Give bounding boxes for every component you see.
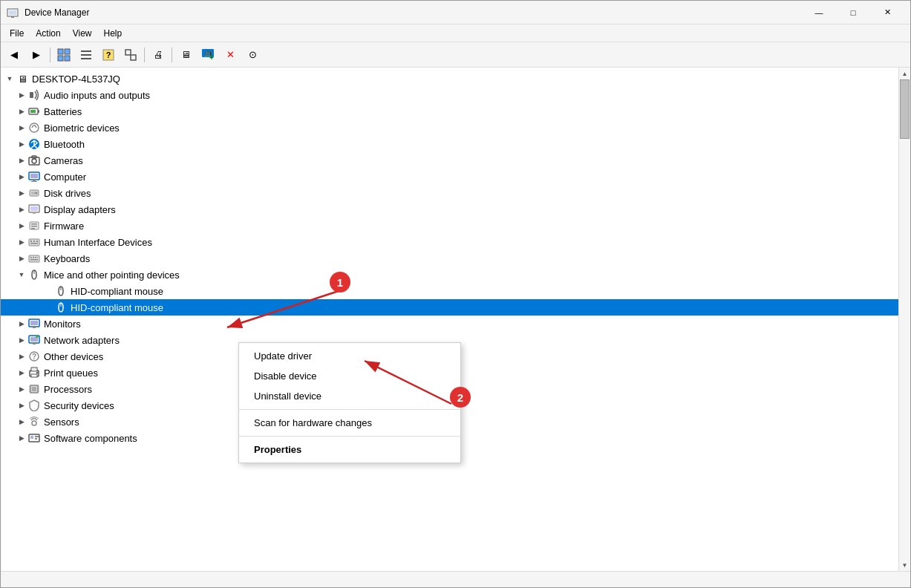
- list-view-button[interactable]: [76, 45, 97, 65]
- menu-action[interactable]: Action: [30, 27, 66, 40]
- svg-rect-47: [30, 257, 32, 258]
- toolbar-separator-2: [144, 48, 145, 62]
- tree-item-computer[interactable]: ▶ Computer: [1, 169, 898, 185]
- svg-rect-39: [31, 226, 37, 227]
- tree-item-batteries[interactable]: ▶ Batteries: [1, 103, 898, 120]
- display-expander[interactable]: ▶: [16, 203, 27, 215]
- cameras-expander[interactable]: ▶: [16, 154, 27, 166]
- keyboards-icon: [27, 252, 41, 265]
- context-menu-update[interactable]: Update driver: [239, 346, 460, 366]
- svg-rect-8: [81, 54, 91, 56]
- context-menu-uninstall[interactable]: Uninstall device: [239, 386, 460, 406]
- firmware-expander[interactable]: ▶: [16, 220, 27, 232]
- security-expander[interactable]: ▶: [16, 399, 27, 411]
- svg-rect-38: [31, 223, 37, 225]
- tree-item-firmware[interactable]: ▶ Firmware: [1, 218, 898, 234]
- scroll-down-arrow[interactable]: ▼: [899, 559, 911, 571]
- tree-item-audio[interactable]: ▶ Audio inputs and outputs: [1, 87, 898, 103]
- tree-item-cameras[interactable]: ▶ Cameras: [1, 152, 898, 169]
- status-bar: [1, 571, 910, 587]
- tree-item-disk[interactable]: ▶ Disk drives: [1, 185, 898, 201]
- tree-item-hid-mouse-1[interactable]: HID-compliant mouse: [1, 283, 898, 299]
- biometric-expander[interactable]: ▶: [16, 122, 27, 134]
- mice-expander[interactable]: ▼: [16, 269, 27, 281]
- tree-item-monitors[interactable]: ▶ Monitors: [1, 316, 898, 332]
- processors-expander[interactable]: ▶: [16, 383, 27, 395]
- network-label: Network adapters: [44, 335, 120, 346]
- sensors-expander[interactable]: ▶: [16, 416, 27, 428]
- svg-text:?: ?: [32, 353, 36, 361]
- tree-item-mice[interactable]: ▼ Mice and other pointing devices: [1, 267, 898, 283]
- scroll-up-arrow[interactable]: ▲: [899, 68, 911, 79]
- tree-item-bluetooth[interactable]: ▶ Bluetooth: [1, 136, 898, 152]
- svg-rect-9: [81, 58, 91, 59]
- svg-rect-29: [33, 180, 36, 181]
- maximize-button[interactable]: □: [836, 1, 870, 24]
- menu-file[interactable]: File: [4, 27, 30, 40]
- software-icon: [27, 431, 41, 445]
- audio-expander[interactable]: ▶: [16, 89, 27, 101]
- svg-point-76: [32, 421, 36, 425]
- root-expander[interactable]: ▼: [4, 73, 16, 85]
- other-expander[interactable]: ▶: [16, 350, 27, 362]
- svg-rect-6: [65, 56, 70, 61]
- svg-rect-65: [31, 368, 37, 371]
- remove-button[interactable]: ✕: [220, 45, 241, 65]
- disk-expander[interactable]: ▶: [16, 187, 27, 199]
- svg-rect-20: [38, 110, 39, 113]
- computer-button[interactable]: 🖥: [175, 45, 196, 65]
- network-expander[interactable]: ▶: [16, 334, 27, 346]
- hid-icon: [27, 235, 41, 249]
- software-expander[interactable]: ▶: [16, 432, 27, 444]
- help-toolbar-button[interactable]: ?: [98, 45, 119, 65]
- computer-expander[interactable]: ▶: [16, 171, 27, 183]
- keyboards-expander[interactable]: ▶: [16, 252, 27, 264]
- hid-expander[interactable]: ▶: [16, 236, 27, 248]
- scroll-thumb[interactable]: [900, 79, 910, 139]
- forward-button[interactable]: ▶: [26, 45, 47, 65]
- title-bar: Device Manager — □ ✕: [1, 1, 910, 24]
- minimize-button[interactable]: —: [802, 1, 836, 24]
- monitors-expander[interactable]: ▶: [16, 318, 27, 330]
- context-menu-scan[interactable]: Scan for hardware changes: [239, 413, 460, 433]
- tree-view-button[interactable]: [53, 45, 74, 65]
- hid-mouse-2-expander: [42, 301, 54, 313]
- svg-point-33: [36, 192, 38, 195]
- svg-text:?: ?: [106, 50, 111, 59]
- device-tree[interactable]: ▼ 🖥 DESKTOP-4L537JQ ▶ Audio inputs and o…: [1, 68, 898, 571]
- back-button[interactable]: ◀: [4, 45, 25, 65]
- print-button[interactable]: 🖨: [148, 45, 169, 65]
- close-button[interactable]: ✕: [870, 1, 904, 24]
- svg-text:+: +: [209, 53, 214, 62]
- scroll-track[interactable]: [899, 79, 910, 559]
- tree-item-biometric[interactable]: ▶ Biometric devices: [1, 120, 898, 136]
- update-button[interactable]: ⊙: [242, 45, 263, 65]
- svg-rect-45: [30, 243, 38, 244]
- tree-item-keyboards[interactable]: ▶ Keyboards: [1, 250, 898, 267]
- tree-item-hid[interactable]: ▶ Human Interface Devices: [1, 234, 898, 250]
- tree-item-display[interactable]: ▶ Display adapters: [1, 201, 898, 218]
- firmware-icon: [27, 219, 41, 232]
- context-menu-disable[interactable]: Disable device: [239, 366, 460, 386]
- svg-rect-48: [33, 257, 34, 258]
- add-button[interactable]: 📺 +: [197, 45, 218, 65]
- collapse-button[interactable]: [120, 45, 141, 65]
- bluetooth-expander[interactable]: ▶: [16, 138, 27, 150]
- context-menu-properties[interactable]: Properties: [239, 440, 460, 460]
- tree-item-hid-mouse-2[interactable]: HID-compliant mouse: [1, 299, 898, 316]
- vertical-scrollbar[interactable]: ▲ ▼: [898, 68, 910, 571]
- other-label: Other devices: [44, 351, 103, 362]
- window-controls: — □ ✕: [802, 1, 904, 24]
- disk-label: Disk drives: [44, 188, 91, 199]
- svg-rect-3: [58, 49, 63, 54]
- menu-view[interactable]: View: [67, 27, 98, 40]
- menu-help[interactable]: Help: [98, 27, 128, 40]
- mice-label: Mice and other pointing devices: [44, 270, 180, 281]
- svg-rect-49: [35, 257, 36, 258]
- computer-icon: 🖥: [16, 72, 29, 85]
- tree-root[interactable]: ▼ 🖥 DESKTOP-4L537JQ: [1, 71, 898, 87]
- batteries-expander[interactable]: ▶: [16, 105, 27, 117]
- print-expander[interactable]: ▶: [16, 367, 27, 379]
- svg-rect-41: [29, 239, 39, 246]
- monitors-icon: [27, 317, 41, 330]
